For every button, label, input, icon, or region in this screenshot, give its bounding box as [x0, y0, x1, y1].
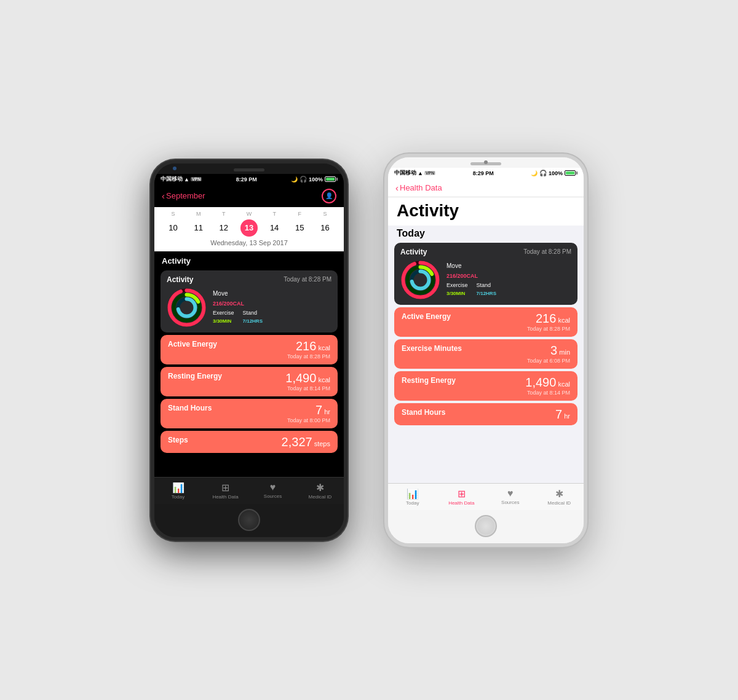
- status-bar-dark: 中国移动 ▲ VPN 8:29 PM 🌙 🎧 100%: [154, 174, 344, 185]
- status-left-light: 中国移动 ▲ VPN: [394, 169, 435, 177]
- row-resting-energy-light[interactable]: Resting Energy 1,490 kcal Today at 8:14 …: [394, 371, 577, 401]
- sources-icon-dark: ♥: [270, 482, 276, 493]
- activity-content-light: Move 216/200CAL Exercise 3/30MIN Stand: [400, 260, 571, 300]
- nav-bar-dark: ‹ September 👤: [154, 185, 344, 207]
- status-time-light: 8:29 PM: [473, 170, 494, 176]
- tab-sources-light[interactable]: ♥ Sources: [486, 484, 535, 510]
- medicalid-label-dark: Medical ID: [309, 494, 332, 500]
- tab-medicalid-dark[interactable]: ✱ Medical ID: [296, 478, 344, 504]
- page-title-light: Activity: [388, 197, 584, 223]
- nav-back-label-dark: September: [166, 191, 205, 200]
- today-label-dark: Today: [172, 494, 184, 500]
- moon-icon-light: 🌙: [531, 170, 538, 176]
- row-stand-hours-dark[interactable]: Stand Hours 7 hr Today at 8:00 PM: [161, 399, 338, 428]
- stand-value-light: 7/12HRS: [477, 288, 496, 297]
- stand-stat-light: Stand 7/12HRS: [477, 282, 496, 297]
- move-label-light: Move: [446, 262, 496, 269]
- exercise-value-dark: 3/30MIN: [213, 316, 234, 324]
- exercise-stand-row-light: Exercise 3/30MIN Stand 7/12HRS: [446, 282, 496, 297]
- carrier-dark: 中国移动: [161, 175, 183, 183]
- status-bar-light: 中国移动 ▲ VPN 8:29 PM 🌙 🎧 100%: [388, 168, 584, 179]
- day-w: W: [240, 211, 258, 217]
- activity-card-light: Activity Today at 8:28 PM Move: [394, 243, 577, 305]
- activity-stats-dark: Move 216/200CAL Exercise 3/30MIN Stand: [213, 290, 263, 324]
- calendar-dates: 10 11 12 13 14 15 16: [161, 219, 338, 237]
- back-button-light[interactable]: ‹ Health Data: [395, 183, 442, 193]
- day-m: M: [190, 211, 207, 217]
- cal-11[interactable]: 11: [190, 219, 207, 237]
- day-t1: T: [215, 211, 232, 217]
- healthdata-label-dark: Health Data: [212, 494, 238, 500]
- chevron-left-icon-light: ‹: [395, 183, 399, 193]
- status-time-dark: 8:29 PM: [236, 176, 257, 183]
- tab-healthdata-light[interactable]: ⊞ Health Data: [437, 484, 486, 510]
- back-button-dark[interactable]: ‹ September: [162, 191, 205, 201]
- status-right-dark: 🌙 🎧 100%: [291, 176, 338, 183]
- battery-icon-light: [565, 170, 577, 176]
- headphones-icon-light: 🎧: [539, 170, 547, 176]
- avatar-dark[interactable]: 👤: [322, 189, 336, 203]
- wifi-icon-light: ▲: [418, 170, 423, 176]
- activity-rings-dark: [167, 288, 207, 328]
- exercise-stat-dark: Exercise 3/30MIN: [213, 310, 234, 324]
- tab-healthdata-dark[interactable]: ⊞ Health Data: [202, 478, 249, 504]
- selected-date-label: Wednesday, 13 Sep 2017: [161, 237, 338, 248]
- move-label-dark: Move: [213, 290, 263, 297]
- row-active-energy-light[interactable]: Active Energy 216 kcal Today at 8:28 PM: [394, 307, 577, 337]
- exercise-value-light: 3/30MIN: [446, 288, 468, 297]
- battery-pct-light: 100%: [549, 170, 563, 176]
- day-s1: S: [165, 211, 182, 217]
- nav-bar-light: ‹ Health Data: [388, 179, 584, 197]
- activity-stats-light: Move 216/200CAL Exercise 3/30MIN Stand: [446, 262, 496, 297]
- cal-10[interactable]: 10: [165, 219, 182, 237]
- exercise-label-dark: Exercise: [213, 310, 234, 316]
- cal-15[interactable]: 15: [291, 219, 308, 237]
- exercise-label-light: Exercise: [446, 282, 468, 288]
- data-rows-light: Active Energy 216 kcal Today at 8:28 PM …: [388, 307, 584, 483]
- cal-12[interactable]: 12: [215, 219, 232, 237]
- today-label-tab-light: Today: [406, 500, 419, 506]
- activity-title-dark: Activity: [167, 275, 193, 284]
- camera-dark: [173, 167, 177, 170]
- exercise-stat-light: Exercise 3/30MIN: [446, 282, 468, 297]
- row-exercise-minutes-light[interactable]: Exercise Minutes 3 min Today at 6:08 PM: [394, 339, 577, 369]
- exercise-stand-row-dark: Exercise 3/30MIN Stand 7/12HRS: [213, 310, 263, 324]
- activity-title-light: Activity: [400, 248, 427, 256]
- row-stand-hours-light[interactable]: Stand Hours 7 hr: [394, 403, 577, 425]
- cal-14[interactable]: 14: [266, 219, 283, 237]
- speaker-dark: [234, 168, 264, 171]
- status-left-dark: 中国移动 ▲ VPN: [161, 175, 202, 183]
- cal-13-today[interactable]: 13: [240, 219, 258, 237]
- stand-stat-dark: Stand 7/12HRS: [243, 310, 263, 324]
- home-button-dark[interactable]: [238, 509, 260, 531]
- sources-icon-light: ♥: [507, 488, 514, 499]
- home-button-light[interactable]: [475, 515, 497, 537]
- move-value-light: 216/200CAL: [446, 270, 496, 280]
- screen-dark: 中国移动 ▲ VPN 8:29 PM 🌙 🎧 100% ‹ September: [154, 174, 344, 504]
- row-steps-dark[interactable]: Steps 2,327 steps: [161, 431, 338, 453]
- activity-time-light: Today at 8:28 PM: [523, 248, 571, 255]
- tab-bar-light: 📊 Today ⊞ Health Data ♥ Sources ✱ Medica…: [388, 483, 584, 510]
- today-section-label: Today: [388, 226, 584, 240]
- medicalid-icon-dark: ✱: [316, 482, 324, 494]
- calendar-days-row: S M T W T F S: [161, 211, 338, 217]
- row-active-energy-dark[interactable]: Active Energy 216 kcal Today at 8:28 PM: [161, 335, 338, 364]
- row-resting-energy-dark[interactable]: Resting Energy 1,490 kcal Today at 8:14 …: [161, 367, 338, 396]
- phone-dark: 中国移动 ▲ VPN 8:29 PM 🌙 🎧 100% ‹ September: [151, 160, 347, 541]
- tab-medicalid-light[interactable]: ✱ Medical ID: [535, 484, 584, 510]
- day-t2: T: [266, 211, 283, 217]
- medicalid-icon-light: ✱: [555, 488, 563, 500]
- nav-back-label-light: Health Data: [400, 183, 442, 192]
- activity-time-dark: Today at 8:28 PM: [284, 276, 331, 283]
- vpn-badge-dark: VPN: [191, 177, 202, 181]
- camera-light: [484, 160, 488, 164]
- tab-sources-dark[interactable]: ♥ Sources: [249, 478, 296, 504]
- page-header-light: Activity: [388, 197, 584, 226]
- phone-top-dark: [154, 163, 344, 174]
- stand-label-light: Stand: [477, 282, 496, 288]
- tab-today-dark[interactable]: 📊 Today: [154, 478, 202, 504]
- cal-16[interactable]: 16: [316, 219, 333, 237]
- tab-today-light[interactable]: 📊 Today: [388, 484, 437, 510]
- battery-pct-dark: 100%: [309, 176, 323, 183]
- move-value-dark: 216/200CAL: [213, 298, 263, 307]
